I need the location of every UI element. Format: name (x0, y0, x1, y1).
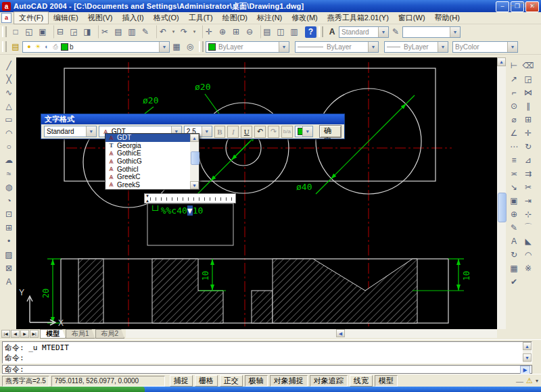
menu-yanxiu-toolbox[interactable]: 燕秀工具箱2.01(Y) (323, 12, 394, 24)
zoom-realtime-icon[interactable]: ⊕ (216, 25, 229, 39)
ellipse-arc-icon[interactable]: ◔ (2, 194, 16, 207)
layer-states-icon[interactable]: ▦ (170, 40, 183, 53)
match-properties-icon[interactable]: ✎ (139, 25, 152, 39)
stack-button[interactable]: b/a (281, 126, 293, 138)
command-scrollbar[interactable]: ▲ ▼ (523, 342, 532, 363)
toolbar-grip[interactable] (2, 26, 7, 37)
insert-block-icon[interactable]: ⊡ (2, 207, 16, 220)
redo-button[interactable]: ↷ (268, 126, 279, 138)
cut-icon[interactable]: ✂ (98, 25, 112, 39)
rotate-icon[interactable]: ↻ (521, 140, 535, 153)
command-input-line[interactable]: 命令: (2, 365, 532, 374)
mirror-icon[interactable]: ⋈ (521, 86, 535, 99)
menu-modify[interactable]: 修改(M) (287, 12, 323, 24)
mtext-editor-text[interactable]: └┘%%c40▼10 (150, 205, 203, 216)
ok-button[interactable]: 确定 (319, 125, 342, 138)
dim-style-control-icon[interactable]: ▦ (507, 262, 521, 274)
toggle-osnap[interactable]: 对象捕捉 (270, 375, 308, 387)
tool-palettes-icon[interactable]: ▥ (287, 25, 301, 39)
zoom-previous-icon[interactable]: ⊖ (243, 25, 256, 39)
menu-tools[interactable]: 工具(T) (184, 12, 218, 24)
layer-combo[interactable]: ●☀◐⎙ b ▼ (22, 41, 170, 53)
command-history[interactable]: 命令: _u MTEDIT命令: (2, 341, 532, 364)
layer-manager-icon[interactable]: ▤ (9, 40, 22, 53)
indent-marker-icon[interactable]: ▼▲ (145, 194, 149, 203)
font-option-georgia[interactable]: T Georgia (105, 142, 190, 150)
scroll-thumb[interactable] (191, 151, 199, 165)
redo-dropdown-icon[interactable]: ▾ (191, 25, 198, 39)
plot-icon[interactable]: ⊟ (53, 25, 67, 39)
underline-button[interactable]: U (241, 126, 252, 138)
menu-edit[interactable]: 编辑(E) (49, 12, 83, 24)
dialog-title[interactable]: 文字格式 (41, 114, 344, 124)
chevron-down-icon[interactable]: ▼ (368, 42, 378, 52)
dim-style-manager-icon[interactable]: ✎ (389, 25, 402, 39)
menu-format[interactable]: 格式(O) (149, 12, 184, 24)
fillet-icon[interactable]: ◠ (521, 248, 535, 261)
text-style-combo[interactable]: Standard ▼ (339, 26, 389, 38)
scroll-up-icon[interactable]: ▲ (523, 342, 532, 350)
scale-icon[interactable]: ⊿ (521, 153, 535, 166)
region-icon[interactable]: ⊠ (2, 262, 16, 274)
diameter-dimension-icon[interactable]: ⌀ (507, 113, 521, 126)
publish-icon[interactable]: ◨ (80, 25, 94, 39)
canvas-horizontal-scrollbar[interactable]: ◀ (126, 329, 497, 338)
scroll-up-icon[interactable]: ▲ (190, 134, 199, 142)
explode-icon[interactable]: ※ (521, 262, 535, 274)
circle-icon[interactable]: ○ (2, 140, 16, 153)
baseline-dimension-icon[interactable]: ≡ (507, 153, 521, 166)
chevron-down-icon[interactable]: ▼ (202, 126, 212, 137)
construction-line-icon[interactable]: ╳ (2, 72, 16, 85)
undo-button[interactable]: ↶ (254, 126, 266, 138)
mtext-icon[interactable]: A (2, 275, 16, 288)
font-option-gothice[interactable]: Ѧ GothicE (105, 149, 190, 157)
chevron-down-icon[interactable]: ▼ (86, 126, 96, 137)
move-icon[interactable]: ✛ (521, 126, 535, 139)
zoom-window-icon[interactable]: ⊞ (229, 25, 243, 39)
quick-dimension-icon[interactable]: ⋯ (507, 140, 521, 153)
bold-button[interactable]: B (214, 126, 226, 138)
spline-icon[interactable]: ≈ (2, 167, 16, 180)
undo-dropdown-icon[interactable]: ▾ (170, 25, 177, 39)
ellipse-icon[interactable]: ◍ (2, 180, 16, 193)
coordinates-readout[interactable]: 795.0118, 526.0977, 0.0000 (51, 376, 165, 387)
menu-draw[interactable]: 绘图(D) (218, 12, 252, 24)
chevron-down-icon[interactable]: ▼ (450, 27, 460, 37)
tray-arrow-icon[interactable]: ▾ (536, 378, 538, 384)
minimize-button[interactable]: – (496, 1, 509, 12)
toggle-snap[interactable]: 捕捉 (170, 375, 193, 387)
font-option-gothici[interactable]: Ѧ GothicI (105, 165, 190, 173)
font-option-greeks[interactable]: Ѧ GreekS (105, 181, 190, 189)
scroll-down-icon[interactable]: ▼ (523, 353, 532, 362)
pan-icon[interactable]: ✛ (202, 25, 216, 39)
tab-scroll-icon[interactable]: ▶ (20, 330, 29, 338)
linetype-combo[interactable]: ByLayer ▼ (295, 41, 379, 53)
toolbar-grip[interactable] (319, 26, 323, 37)
make-block-icon[interactable]: ⊞ (2, 221, 16, 234)
menu-help[interactable]: 帮助(H) (430, 12, 465, 24)
quick-leader-icon[interactable]: ↘ (507, 180, 521, 193)
plotstyle-combo[interactable]: ByColor ▼ (452, 41, 518, 53)
chevron-down-icon[interactable]: ▼ (159, 42, 169, 52)
line-icon[interactable]: ╱ (2, 59, 16, 72)
hatch-icon[interactable]: ▨ (2, 248, 16, 261)
properties-icon[interactable]: ▤ (260, 25, 274, 39)
chamfer-icon[interactable]: ◣ (521, 235, 535, 247)
continue-dimension-icon[interactable]: ≍ (507, 167, 521, 180)
chevron-down-icon[interactable]: ▼ (378, 27, 388, 37)
menu-window[interactable]: 窗口(W) (394, 12, 430, 24)
chevron-down-icon[interactable]: ▼ (279, 42, 289, 52)
toggle-ortho[interactable]: 正交 (220, 375, 243, 387)
menu-dimension[interactable]: 标注(N) (252, 12, 287, 24)
toolbar-grip[interactable] (199, 41, 204, 52)
dialog-color-combo[interactable]: ▼ (295, 126, 313, 137)
chevron-down-icon[interactable]: ▼ (302, 126, 312, 137)
dimension-style-icon[interactable]: ✔ (507, 275, 521, 288)
rectangle-icon[interactable]: ▭ (2, 113, 16, 126)
polygon-icon[interactable]: △ (2, 99, 16, 112)
arc-icon[interactable]: ◠ (2, 126, 16, 139)
tab-layout2[interactable]: 布局2 (95, 329, 125, 339)
dimension-edit-icon[interactable]: ✎ (507, 221, 521, 234)
menu-insert[interactable]: 插入(I) (117, 12, 148, 24)
canvas-vertical-scrollbar[interactable]: ▲ ▼ (497, 57, 506, 338)
